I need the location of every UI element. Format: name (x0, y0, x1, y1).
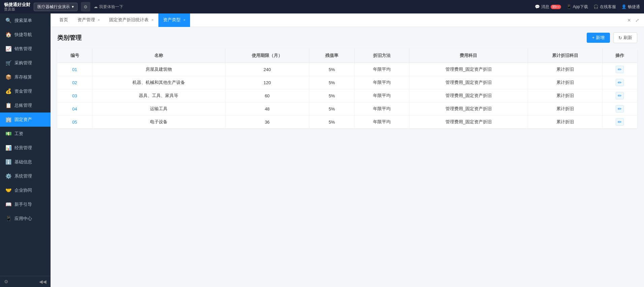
sidebar-label-app-center: 应用中心 (14, 216, 32, 222)
col-header-use-period: 使用期限（月） (225, 49, 309, 63)
cell-name: 房屋及建筑物 (92, 63, 225, 76)
edit-button[interactable]: ✏ (616, 79, 624, 86)
sidebar-item-sales[interactable]: 📈 销售管理 (0, 42, 51, 56)
sidebar-label-payroll: 工资 (14, 131, 23, 137)
sidebar-label-sales: 销售管理 (14, 46, 32, 52)
sidebar-item-management[interactable]: 📊 经营管理 (0, 141, 51, 155)
table-row: 01 房屋及建筑物 240 5% 年限平均 管理费用_固定资产折旧 累计折旧 ✏ (57, 63, 637, 76)
sidebar-label-purchase: 采购管理 (14, 60, 32, 66)
cell-name: 器具、工具、家具等 (92, 89, 225, 102)
sidebar-item-ledger[interactable]: 📋 总账管理 (0, 98, 51, 113)
tab-asset-type-close[interactable]: × (183, 18, 185, 22)
sidebar-label-basic-info: 基础信息 (14, 159, 32, 165)
sales-icon: 📈 (5, 46, 12, 52)
cell-use-period: 240 (225, 63, 309, 76)
sidebar-bottom: ⚙ ◀◀ (0, 276, 51, 287)
content-area: 首页 资产管理 × 固定资产折旧统计表 × 资产类型 × ✕ ⤢ 类别管理 (51, 13, 644, 287)
cell-expense-subject: 管理费用_固定资产折旧 (409, 102, 528, 116)
system-icon: ⚙️ (5, 173, 12, 179)
cell-depreciation-method: 年限平均 (354, 116, 409, 129)
main-layout: 🔍 搜索菜单 🏠 快捷导航 📈 销售管理 🛒 采购管理 📦 库存核算 💰 (0, 13, 644, 287)
sidebar-item-inventory[interactable]: 📦 库存核算 (0, 70, 51, 84)
edit-button[interactable]: ✏ (616, 105, 624, 113)
sidebar-label-ledger: 总账管理 (14, 102, 32, 108)
sidebar-item-fixed-assets[interactable]: 🏢 固定资产 (0, 113, 51, 127)
sidebar-item-system[interactable]: ⚙️ 系统管理 (0, 169, 51, 183)
settings-button[interactable]: ⚙ (81, 2, 90, 11)
message-item[interactable]: 💬 消息 99++ (535, 4, 561, 10)
refresh-label: 刷新 (623, 35, 632, 41)
category-table: 编号 名称 使用期限（月） 残值率 折旧方法 费用科目 累计折旧科目 操作 01… (57, 49, 637, 128)
cell-use-period: 36 (225, 116, 309, 129)
close-window-icon[interactable]: ✕ (626, 17, 632, 24)
col-header-code: 编号 (57, 49, 92, 63)
table-row: 04 运输工具 48 5% 年限平均 管理费用_固定资产折旧 累计折旧 ✏ (57, 102, 637, 116)
cell-residual-rate: 5% (309, 89, 355, 102)
cell-operation: ✏ (602, 116, 637, 129)
sidebar: 🔍 搜索菜单 🏠 快捷导航 📈 销售管理 🛒 采购管理 📦 库存核算 💰 (0, 13, 51, 287)
tab-asset-type-label: 资产类型 (163, 17, 181, 23)
maximize-icon[interactable]: ⤢ (635, 17, 640, 24)
page-header: 类别管理 + 新增 ↻ 刷新 (57, 32, 637, 43)
col-header-expense-subject: 费用科目 (409, 49, 528, 63)
edit-button[interactable]: ✏ (616, 118, 624, 126)
top-bar-left: 畅捷通好业财 普及版 医疗器械行业演示 ▾ ⚙ ☁ 我要体验一下 (4, 2, 123, 12)
sidebar-label-fixed-assets: 固定资产 (14, 117, 32, 123)
fixed-assets-icon: 🏢 (5, 117, 12, 123)
settings-bottom-icon[interactable]: ⚙ (4, 279, 8, 284)
user-item[interactable]: 👤 畅捷通 (621, 4, 640, 10)
search-icon: 🔍 (5, 18, 12, 24)
sidebar-item-guide[interactable]: 📖 新手引导 (0, 197, 51, 212)
app-sub-name: 普及版 (4, 7, 30, 11)
cell-depreciation-method: 年限平均 (354, 76, 409, 89)
add-button[interactable]: + 新增 (587, 33, 610, 43)
refresh-icon: ↻ (618, 35, 622, 40)
cell-accum-depreciation: 累计折旧 (528, 76, 603, 89)
cell-operation: ✏ (602, 76, 637, 89)
tab-asset-type[interactable]: 资产类型 × (158, 13, 190, 27)
guide-icon: 📖 (5, 201, 12, 208)
refresh-button[interactable]: ↻ 刷新 (613, 32, 637, 43)
experience-button[interactable]: ☁ 我要体验一下 (94, 4, 123, 10)
message-label: 消息 (541, 4, 549, 10)
sidebar-label-inventory: 库存核算 (14, 74, 32, 80)
cell-name: 电子设备 (92, 116, 225, 129)
cell-code: 05 (57, 116, 92, 129)
basic-info-icon: ℹ️ (5, 159, 12, 165)
sidebar-label-guide: 新手引导 (14, 201, 32, 208)
cell-accum-depreciation: 累计折旧 (528, 102, 603, 116)
edit-button[interactable]: ✏ (616, 92, 624, 99)
sidebar-item-basic-info[interactable]: ℹ️ 基础信息 (0, 155, 51, 169)
sidebar-item-purchase[interactable]: 🛒 采购管理 (0, 56, 51, 70)
top-bar: 畅捷通好业财 普及版 医疗器械行业演示 ▾ ⚙ ☁ 我要体验一下 💬 消息 99… (0, 0, 644, 13)
tab-depreciation-close[interactable]: × (151, 18, 153, 22)
collapse-icon[interactable]: ◀◀ (39, 279, 47, 284)
tab-home[interactable]: 首页 (55, 13, 73, 27)
home-icon: 🏠 (5, 32, 12, 38)
sidebar-item-quick-nav[interactable]: 🏠 快捷导航 (0, 28, 51, 42)
management-icon: 📊 (5, 145, 12, 151)
online-service-item[interactable]: 🎧 在线客服 (593, 4, 616, 10)
top-bar-right: 💬 消息 99++ 📱 App下载 🎧 在线客服 👤 畅捷通 (535, 4, 640, 10)
sidebar-item-search[interactable]: 🔍 搜索菜单 (0, 13, 51, 28)
cell-use-period: 120 (225, 76, 309, 89)
sidebar-item-capital[interactable]: 💰 资金管理 (0, 84, 51, 98)
sidebar-item-payroll[interactable]: 💵 工资 (0, 127, 51, 141)
tab-asset-mgmt[interactable]: 资产管理 × (73, 13, 104, 27)
demo-selector[interactable]: 医疗器械行业演示 ▾ (34, 3, 78, 11)
cell-accum-depreciation: 累计折旧 (528, 116, 603, 129)
app-download-item[interactable]: 📱 App下载 (566, 4, 588, 10)
sidebar-label-capital: 资金管理 (14, 88, 32, 94)
cell-operation: ✏ (602, 102, 637, 116)
sidebar-item-cooperation[interactable]: 🤝 企业协同 (0, 183, 51, 197)
tab-depreciation-table[interactable]: 固定资产折旧统计表 × (104, 13, 158, 27)
table-row: 03 器具、工具、家具等 60 5% 年限平均 管理费用_固定资产折旧 累计折旧… (57, 89, 637, 102)
payroll-icon: 💵 (5, 131, 12, 137)
cell-operation: ✏ (602, 89, 637, 102)
edit-button[interactable]: ✏ (616, 66, 624, 73)
message-badge: 99++ (551, 5, 561, 9)
tab-asset-mgmt-close[interactable]: × (98, 18, 100, 22)
sidebar-item-app-center[interactable]: 📱 应用中心 (0, 212, 51, 226)
app-center-icon: 📱 (5, 216, 12, 222)
col-header-name: 名称 (92, 49, 225, 63)
